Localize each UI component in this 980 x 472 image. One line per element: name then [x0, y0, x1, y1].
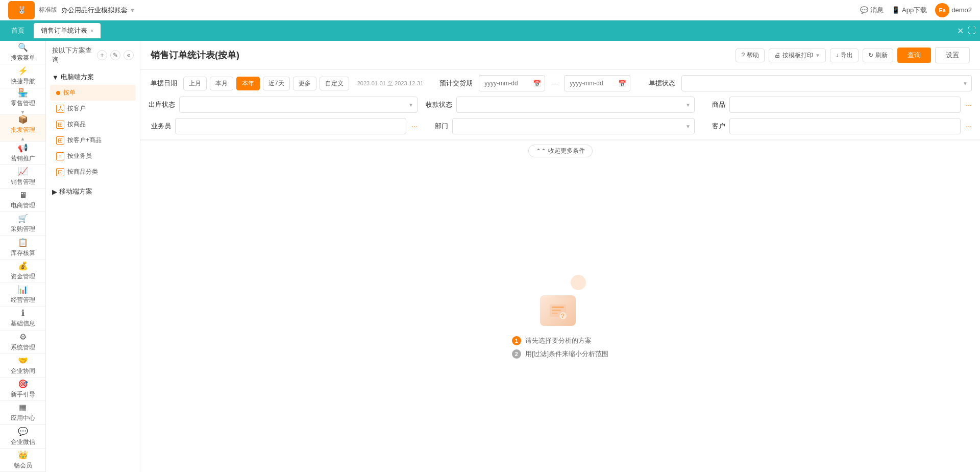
main-layout: 🔍 搜索菜单 ⚡ 快捷导航 🏪 零售管理 ▼ 📦 批发管理 ▲ 📢 营销推广 📈…: [0, 41, 980, 472]
sidebar-label-newuser: 新手引导: [11, 390, 35, 399]
print-button[interactable]: 🖨 按模板打印 ▼: [769, 49, 826, 62]
export-button[interactable]: ↓ 导出: [830, 49, 859, 62]
scheme-add-button[interactable]: +: [97, 50, 107, 60]
date-more-button[interactable]: 更多: [293, 77, 316, 90]
logo-icon: 🐰: [17, 5, 26, 14]
goods-input[interactable]: [729, 97, 961, 113]
scheme-item-by-goods-category[interactable]: ⊡ 按商品分类: [50, 164, 136, 180]
sales-icon: 📈: [18, 167, 28, 176]
date-this-year-button[interactable]: 本年: [236, 77, 260, 90]
date-custom-button[interactable]: 自定义: [320, 77, 349, 90]
scheme-header-actions: + ✎ «: [97, 50, 134, 60]
marketing-icon: 📢: [18, 143, 28, 153]
sidebar-item-wholesale[interactable]: 📦 批发管理 ▲: [0, 115, 45, 141]
sidebar-item-inventory[interactable]: 📋 库存核算: [0, 236, 45, 259]
window-close-icon[interactable]: ✕: [957, 26, 964, 36]
scheme-collapse-button[interactable]: «: [124, 50, 134, 60]
tab-home-label: 首页: [11, 26, 24, 35]
query-button[interactable]: 查询: [897, 48, 931, 63]
sidebar-item-sales[interactable]: 📈 销售管理: [0, 165, 45, 188]
scheme-item-by-customer[interactable]: 人 按客户: [50, 101, 136, 116]
outstatus-select[interactable]: [179, 97, 418, 113]
breadcrumb[interactable]: 办公用品行业模拟账套 ▼: [61, 6, 135, 15]
search-icon: 🔍: [18, 42, 28, 52]
sidebar: 🔍 搜索菜单 ⚡ 快捷导航 🏪 零售管理 ▼ 📦 批发管理 ▲ 📢 营销推广 📈…: [0, 41, 46, 472]
sidebar-item-operations[interactable]: 📊 经营管理: [0, 283, 45, 306]
tab-close-icon[interactable]: ×: [90, 28, 93, 34]
app-download-button[interactable]: 📱 App下载: [892, 6, 927, 15]
sidebar-item-ecommerce[interactable]: 🖥 电商管理: [0, 188, 45, 212]
print-label: 按模板打印: [782, 51, 813, 60]
sidebar-item-purchase[interactable]: 🛒 采购管理: [0, 212, 45, 235]
customer-input[interactable]: [729, 118, 961, 134]
settings-button[interactable]: 设置: [935, 47, 970, 63]
sidebar-item-search[interactable]: 🔍 搜索菜单: [0, 41, 45, 64]
tab-sales-order[interactable]: 销售订单统计表 ×: [34, 23, 101, 38]
scheme-edit-button[interactable]: ✎: [110, 50, 120, 60]
scheme-item-by-order[interactable]: 按单: [50, 85, 136, 101]
date-range-display: 2023-01-01 至 2023-12-31: [357, 80, 424, 87]
empty-box-deco: ?: [540, 295, 576, 326]
empty-hint-2: 2 用[过滤]条件来缩小分析范围: [512, 349, 608, 359]
scheme-item-by-goods[interactable]: ⊞ 按商品: [50, 116, 136, 132]
date-end-input[interactable]: [564, 75, 630, 91]
user-profile[interactable]: Ea demo2: [935, 3, 972, 17]
sidebar-item-appcenter[interactable]: ▦ 应用中心: [0, 401, 45, 424]
svg-rect-1: [552, 306, 564, 308]
scheme-item-custgoods-icon: ⊞: [56, 136, 64, 145]
scheme-item-by-salesperson[interactable]: ≡ 按业务员: [50, 148, 136, 164]
scheme-panel-title: 按以下方案查询: [52, 46, 97, 64]
sidebar-item-newuser[interactable]: 🎯 新手引导: [0, 377, 45, 401]
receiptstatus-cell: 收款状态 ▼: [426, 97, 695, 113]
app-logo: 🐰: [8, 1, 35, 19]
empty-state: ? 1 请先选择要分析的方案 2 用[过滤]条件来缩小分析范围: [140, 161, 980, 472]
sidebar-item-marketing[interactable]: 📢 营销推广: [0, 141, 45, 165]
message-button[interactable]: 💬 消息: [860, 6, 884, 15]
sidebar-item-finance[interactable]: 💰 资金管理: [0, 259, 45, 283]
goods-cell: 商品 ···: [703, 97, 972, 113]
help-button[interactable]: ? 帮助: [736, 49, 765, 62]
scheme-group-pc-title[interactable]: ▼ 电脑端方案: [46, 69, 140, 85]
dept-select[interactable]: [452, 118, 695, 134]
sidebar-item-retail[interactable]: 🏪 零售管理 ▼: [0, 88, 45, 115]
sidebar-item-collab[interactable]: 🤝 企业协同: [0, 354, 45, 377]
sidebar-label-operations: 经营管理: [11, 296, 35, 304]
filter-section: 单据日期 上月 本月 本年 近7天 更多 自定义 2023-01-01 至 20…: [140, 70, 980, 140]
date-7days-button[interactable]: 近7天: [263, 77, 290, 90]
scheme-item-by-customer-goods[interactable]: ⊞ 按客户+商品: [50, 132, 136, 148]
sidebar-label-appcenter: 应用中心: [11, 414, 35, 422]
sidebar-item-basicinfo[interactable]: ℹ 基础信息: [0, 306, 45, 330]
sysadmin-icon: ⚙: [19, 332, 27, 342]
receiptstatus-select[interactable]: [456, 97, 695, 113]
salesperson-more-dots[interactable]: ···: [411, 122, 418, 130]
customer-more-dots[interactable]: ···: [966, 122, 972, 130]
page-actions: ? 帮助 🖨 按模板打印 ▼ ↓ 导出 ↻: [736, 47, 970, 63]
scheme-group-pc: ▼ 电脑端方案 按单 人 按客户 ⊞: [46, 67, 140, 182]
goods-more-dots[interactable]: ···: [966, 101, 972, 109]
sidebar-label-search: 搜索菜单: [11, 54, 35, 62]
basicinfo-icon: ℹ: [21, 308, 24, 318]
sidebar-item-member[interactable]: 👑 畅会员: [0, 449, 45, 472]
filter-row-1: 单据日期 上月 本月 本年 近7天 更多 自定义 2023-01-01 至 20…: [149, 75, 972, 91]
date-start-input[interactable]: [479, 75, 545, 91]
tabbar-actions: ✕ ⛶: [957, 26, 976, 36]
collapse-button[interactable]: ⌃⌃ 收起更多条件: [528, 145, 593, 157]
user-avatar: Ea: [935, 3, 949, 17]
salesperson-input[interactable]: [175, 118, 406, 134]
date-last-month-button[interactable]: 上月: [183, 77, 207, 90]
wholesale-icon: 📦: [18, 114, 28, 124]
date-this-month-button[interactable]: 本月: [210, 77, 233, 90]
scheme-group-mobile-title[interactable]: ▶ 移动端方案: [46, 184, 140, 199]
content-area: 按以下方案查询 + ✎ « ▼ 电脑端方案 按单: [46, 41, 980, 472]
window-expand-icon[interactable]: ⛶: [968, 26, 976, 36]
sidebar-item-sysadmin[interactable]: ⚙ 系统管理: [0, 331, 45, 354]
refresh-button[interactable]: ↻ 刷新: [863, 49, 893, 62]
tab-home[interactable]: 首页: [4, 23, 32, 38]
scheme-group-mobile-arrow: ▶: [52, 188, 57, 196]
sidebar-item-wechat[interactable]: 💬 企业微信: [0, 425, 45, 449]
wholesale-arrow: ▲: [20, 136, 26, 141]
empty-hint-num-2: 2: [512, 349, 521, 359]
sidebar-item-quicknav[interactable]: ⚡ 快捷导航: [0, 64, 45, 88]
svg-rect-2: [552, 310, 561, 311]
status-select[interactable]: [681, 75, 972, 91]
